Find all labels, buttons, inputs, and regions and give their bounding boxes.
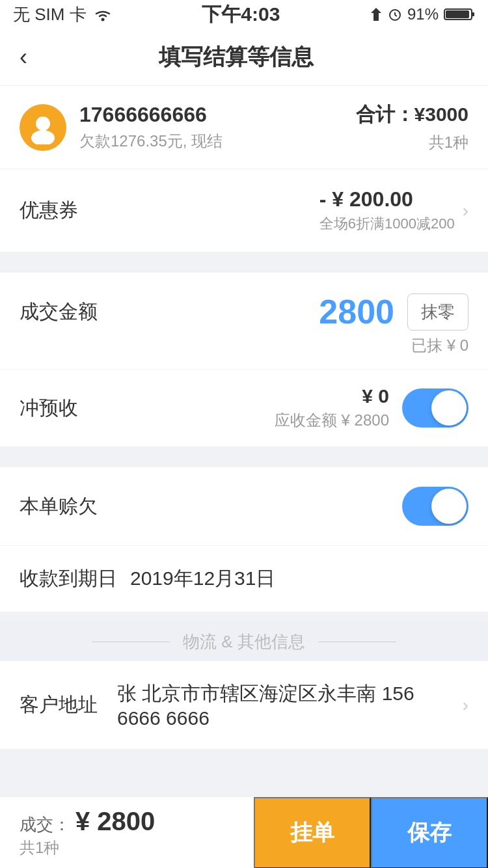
precollect-receivable: 应收金额 ¥ 2800 xyxy=(275,410,389,431)
section-divider-1 xyxy=(0,262,488,273)
user-avatar-icon xyxy=(26,111,60,144)
customer-info: 17666666666 欠款1276.35元, 现结 xyxy=(79,103,223,152)
address-label: 客户地址 xyxy=(20,692,98,718)
svg-rect-5 xyxy=(472,12,474,16)
bottom-summary: 成交： ¥ 2800 共1种 xyxy=(0,807,254,858)
page-title: 填写结算等信息 xyxy=(40,42,432,72)
save-button[interactable]: 保存 xyxy=(371,797,488,869)
precollect-amount: ¥ 0 应收金额 ¥ 2800 xyxy=(275,385,389,431)
coupon-right: - ¥ 200.00 全场6折满1000减200 › xyxy=(319,187,468,234)
coupon-discount: - ¥ 200.00 xyxy=(319,187,455,211)
avatar xyxy=(20,104,66,151)
customer-total: 合计：¥3000 共1种 xyxy=(356,102,468,153)
address-value: 张 北京市市辖区海淀区永丰南 156 6666 6666 xyxy=(117,681,463,729)
writeoff-section: 本单赊欠 xyxy=(0,467,488,545)
bottom-count: 共1种 xyxy=(20,837,234,858)
wifi-icon xyxy=(93,7,113,21)
amount-sub: 已抹 ¥ 0 xyxy=(0,331,488,369)
bottom-amount: ¥ 2800 xyxy=(75,807,155,836)
svg-point-0 xyxy=(101,18,104,21)
address-section: 客户地址 张 北京市市辖区海淀区永丰南 156 6666 6666 › xyxy=(0,661,488,749)
svg-rect-6 xyxy=(446,10,469,18)
status-left: 无 SIM 卡 xyxy=(13,3,113,26)
logistics-line-left xyxy=(92,642,170,642)
alarm-icon xyxy=(388,7,402,21)
total-amount: 合计：¥3000 xyxy=(356,102,468,128)
suspend-button[interactable]: 挂单 xyxy=(254,797,371,869)
precollect-right: ¥ 0 应收金额 ¥ 2800 xyxy=(275,385,468,431)
coupon-arrow-icon: › xyxy=(463,200,468,221)
precollect-row: 冲预收 ¥ 0 应收金额 ¥ 2800 xyxy=(0,369,488,446)
logistics-line-right xyxy=(318,642,396,642)
section-divider-2 xyxy=(0,446,488,457)
location-icon xyxy=(370,7,383,22)
duedate-label: 收款到期日 xyxy=(20,565,117,592)
address-row[interactable]: 客户地址 张 北京市市辖区海淀区永丰南 156 6666 6666 › xyxy=(0,661,488,749)
coupon-description: 全场6折满1000减200 xyxy=(319,214,455,234)
precollect-label: 冲预收 xyxy=(20,395,78,422)
writeoff-toggle-knob xyxy=(431,489,467,524)
logistics-label: 物流 & 其他信息 xyxy=(183,631,305,653)
amount-row: 成交金额 2800 抹零 xyxy=(0,273,488,331)
precollect-value: ¥ 0 xyxy=(275,385,389,407)
duedate-row: 收款到期日 2019年12月31日 xyxy=(0,546,488,612)
svg-line-3 xyxy=(395,15,397,16)
precollect-toggle[interactable] xyxy=(402,388,468,427)
amount-label: 成交金额 xyxy=(20,299,98,325)
customer-left: 17666666666 欠款1276.35元, 现结 xyxy=(20,103,223,152)
customer-debt: 欠款1276.35元, 现结 xyxy=(79,131,223,152)
coupon-label: 优惠券 xyxy=(20,197,78,224)
status-bar: 无 SIM 卡 下午4:03 91% xyxy=(0,0,488,29)
round-button[interactable]: 抹零 xyxy=(407,293,468,331)
writeoff-label: 本单赊欠 xyxy=(20,493,98,520)
customer-row: 17666666666 欠款1276.35元, 现结 合计：¥3000 共1种 xyxy=(0,86,488,169)
customer-section: 17666666666 欠款1276.35元, 现结 合计：¥3000 共1种 … xyxy=(0,86,488,252)
coupon-info: - ¥ 200.00 全场6折满1000减200 xyxy=(319,187,455,234)
status-time: 下午4:03 xyxy=(202,1,280,28)
logistics-text: 物流 & 其他信息 xyxy=(92,631,396,653)
svg-point-7 xyxy=(36,116,50,131)
toggle-knob xyxy=(431,390,467,426)
customer-phone: 17666666666 xyxy=(79,103,223,127)
coupon-row[interactable]: 优惠券 - ¥ 200.00 全场6折满1000减200 › xyxy=(0,169,488,252)
bottom-bar: 成交： ¥ 2800 共1种 挂单 保存 xyxy=(0,796,488,868)
svg-point-8 xyxy=(31,130,55,144)
writeoff-toggle[interactable] xyxy=(402,487,468,526)
bottom-deal-label: 成交： xyxy=(20,813,70,836)
total-count: 共1种 xyxy=(356,132,468,153)
duedate-section: 收款到期日 2019年12月31日 xyxy=(0,545,488,612)
duedate-value: 2019年12月31日 xyxy=(130,565,275,592)
logistics-divider: 物流 & 其他信息 xyxy=(0,622,488,661)
battery-text: 91% xyxy=(407,5,439,23)
amount-section: 成交金额 2800 抹零 已抹 ¥ 0 冲预收 ¥ 0 应收金额 ¥ 2800 xyxy=(0,273,488,446)
address-arrow-icon: › xyxy=(463,695,468,716)
sim-status: 无 SIM 卡 xyxy=(13,3,87,26)
battery-icon xyxy=(444,7,475,22)
status-right: 91% xyxy=(370,5,475,23)
amount-value: 2800 xyxy=(319,292,394,331)
amount-right: 2800 抹零 xyxy=(319,292,468,331)
nav-bar: ‹ 填写结算等信息 xyxy=(0,29,488,86)
back-button[interactable]: ‹ xyxy=(20,44,27,71)
